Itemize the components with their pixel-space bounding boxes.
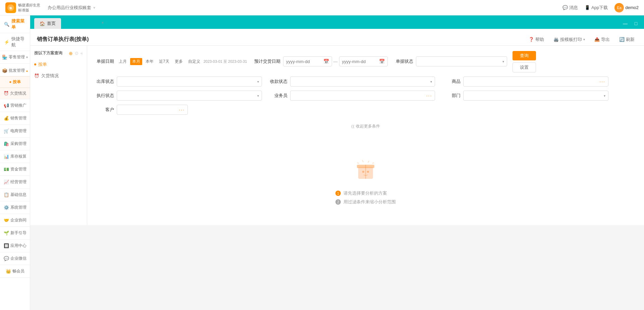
date-7days-btn[interactable]: 近7天	[157, 58, 171, 65]
app-download-button[interactable]: 📱 App下载	[585, 5, 608, 11]
export-button[interactable]: 📤 导出	[592, 35, 612, 44]
tab-sales-exec[interactable]: 销售订单执行表 ×	[62, 17, 110, 29]
svg-line-6	[368, 161, 369, 163]
expected-date-end-input[interactable]	[342, 59, 378, 64]
breadcrumb-chevron-icon[interactable]: ▾	[93, 5, 95, 10]
date-this-year-btn[interactable]: 本年	[144, 58, 156, 65]
filter-receipt-status-field: 收款状态 ▾	[267, 76, 435, 87]
customer-input[interactable]	[120, 107, 179, 112]
calendar-end-icon: 📅	[379, 59, 385, 64]
refresh-button[interactable]: 🔄 刷新	[616, 35, 637, 44]
maximize-button[interactable]: □	[632, 19, 640, 28]
svg-line-5	[362, 160, 363, 162]
page-title: 销售订单执行表(按单)	[37, 36, 89, 43]
date-last-month-btn[interactable]: 上月	[117, 58, 129, 65]
user-profile[interactable]: Ea demo2	[614, 3, 639, 12]
page-content: 销售订单执行表(按单) ❓ 帮助 🖨️ 按模板打印 ▾ 📤 导出	[30, 29, 644, 310]
refresh-icon: 🔄	[619, 37, 625, 42]
settings-scheme-icon[interactable]: ⊙	[75, 51, 78, 56]
query-actions: 查询 设置	[513, 50, 536, 72]
sidebar-search-menu[interactable]: 🔍 搜索菜单	[0, 15, 30, 33]
query-button[interactable]: 查询	[513, 51, 536, 60]
calendar-start-icon: 📅	[323, 59, 329, 64]
sidebar-item-sales[interactable]: 💰 销售管理	[0, 112, 30, 125]
sidebar-item-member[interactable]: 👑 畅会员	[0, 265, 30, 278]
date-more-btn[interactable]: 更多	[173, 58, 185, 65]
date-custom-btn[interactable]: 自定义	[186, 58, 202, 65]
sidebar-item-purchase[interactable]: 🛍️ 采购管理	[0, 138, 30, 150]
logo-area: 畅 畅捷通好生意 标准版	[5, 2, 40, 13]
sidebar-sub-item-debt[interactable]: ⏰ 欠货情况	[0, 88, 30, 99]
sidebar-item-retail[interactable]: 🏪 零售管理 ▾	[0, 51, 30, 64]
filter-item-order[interactable]: 按单	[30, 59, 87, 70]
sidebar-item-operations[interactable]: 📈 经营管理	[0, 176, 30, 189]
help-button[interactable]: ❓ 帮助	[526, 35, 547, 44]
filter-header-actions: ⊕ ⊙ «	[69, 51, 83, 56]
sidebar-item-inventory[interactable]: 📊 库存核算	[0, 150, 30, 163]
main-filter: 单据日期 上月 本月 本年 近7天 更多 自定义	[87, 46, 644, 137]
receipt-status-select[interactable]: ▾	[290, 76, 435, 87]
collapse-scheme-icon[interactable]: «	[80, 51, 83, 56]
sidebar-sub-item-order[interactable]: ● 按单	[0, 76, 30, 88]
svg-point-10	[367, 171, 369, 173]
sidebar-quick-nav[interactable]: ⚡ 快捷导航	[0, 33, 30, 51]
wholesale-header[interactable]: 📦 批发管理 ▴	[0, 64, 30, 76]
out-status-select[interactable]: ▾	[117, 76, 262, 87]
add-scheme-icon[interactable]: ⊕	[69, 51, 73, 56]
page-header: 销售订单执行表(按单) ❓ 帮助 🖨️ 按模板打印 ▾ 📤 导出	[30, 29, 644, 46]
status-select[interactable]: ▾	[416, 56, 507, 66]
logo-icon: 畅	[5, 2, 16, 13]
basics-icon: 📋	[4, 192, 9, 197]
tip-num-2: 2	[335, 199, 341, 205]
clock-small-icon: ⏰	[34, 73, 39, 78]
filter-date-field: 单据日期 上月 本月 本年 近7天 更多 自定义	[94, 58, 248, 65]
search-panel: 按以下方案查询 ⊕ ⊙ « 按单 ⏰ 欠货情况	[30, 46, 644, 225]
sidebar-item-system[interactable]: ⚙️ 系统管理	[0, 201, 30, 214]
date-this-month-btn[interactable]: 本月	[130, 58, 142, 65]
salesperson-more-icon[interactable]: ···	[426, 93, 432, 98]
sidebar-item-newbie[interactable]: 🌱 新手引导	[0, 227, 30, 240]
filter-status-field: 单据状态 ▾	[393, 56, 507, 66]
sidebar-item-appcenter[interactable]: 🔲 应用中心	[0, 240, 30, 252]
product-more-icon[interactable]: ···	[599, 79, 605, 84]
finance-icon: 💵	[4, 167, 9, 172]
exec-status-select[interactable]: ▾	[117, 91, 262, 101]
wholesale-icon: 📦	[2, 68, 7, 73]
sidebar-item-finance[interactable]: 💵 资金管理	[0, 163, 30, 176]
date-range-text: 2023-03-01 至 2023-03-31	[204, 59, 247, 64]
settings-button[interactable]: 设置	[513, 62, 536, 72]
tab-close-icon[interactable]: ×	[100, 20, 105, 25]
empty-tip-2: 2 用过滤条件来缩小分析范围	[335, 199, 396, 205]
collapse-button[interactable]: ⟨⟨ 收起更多条件	[347, 122, 384, 131]
filter-row-1: 单据日期 上月 本月 本年 近7天 更多 自定义	[94, 50, 637, 72]
print-dropdown-icon: ▾	[583, 38, 585, 41]
customer-more-icon[interactable]: ···	[179, 107, 185, 112]
export-icon: 📤	[594, 37, 600, 42]
expected-date-start-input[interactable]	[286, 59, 322, 64]
cooperation-icon: 🤝	[4, 218, 9, 223]
sidebar-item-weixin[interactable]: 💬 企业微信	[0, 252, 30, 265]
salesperson-input[interactable]	[293, 93, 426, 98]
print-button[interactable]: 🖨️ 按模板打印 ▾	[551, 35, 588, 44]
sidebar-item-cooperation[interactable]: 🤝 企业协同	[0, 214, 30, 227]
date-quick-buttons: 上月 本月 本年 近7天 更多 自定义	[117, 58, 202, 65]
message-icon: 💬	[562, 5, 568, 10]
svg-line-7	[372, 163, 374, 163]
tab-home[interactable]: 🏠 首页	[34, 18, 61, 29]
left-filter-panel: 按以下方案查询 ⊕ ⊙ « 按单 ⏰ 欠货情况	[30, 46, 87, 225]
product-input[interactable]	[466, 79, 599, 84]
filter-item-debt[interactable]: ⏰ 欠货情况	[30, 70, 87, 82]
tab-bar-actions: — □	[621, 19, 640, 29]
order-active-dot	[34, 63, 36, 65]
sidebar-item-ecommerce[interactable]: 🛒 电商管理	[0, 125, 30, 138]
sidebar-item-basics[interactable]: 📋 基础信息	[0, 189, 30, 201]
message-button[interactable]: 💬 消息	[562, 5, 578, 11]
minimize-button[interactable]: —	[621, 19, 629, 28]
dept-select[interactable]: ▾	[463, 91, 608, 101]
empty-tip-1: 1 请先选择要分析的方案	[335, 190, 396, 196]
main-layout: 🔍 搜索菜单 ⚡ 快捷导航 🏪 零售管理 ▾ 📦 批发管理 ▴ ● 按单	[0, 15, 644, 310]
sidebar-item-marketing[interactable]: 📢 营销推广	[0, 99, 30, 112]
sidebar: 🔍 搜索菜单 ⚡ 快捷导航 🏪 零售管理 ▾ 📦 批发管理 ▴ ● 按单	[0, 15, 30, 310]
breadcrumb: 办公用品行业模拟账套 ▾	[48, 5, 95, 11]
svg-text:畅: 畅	[9, 7, 12, 10]
